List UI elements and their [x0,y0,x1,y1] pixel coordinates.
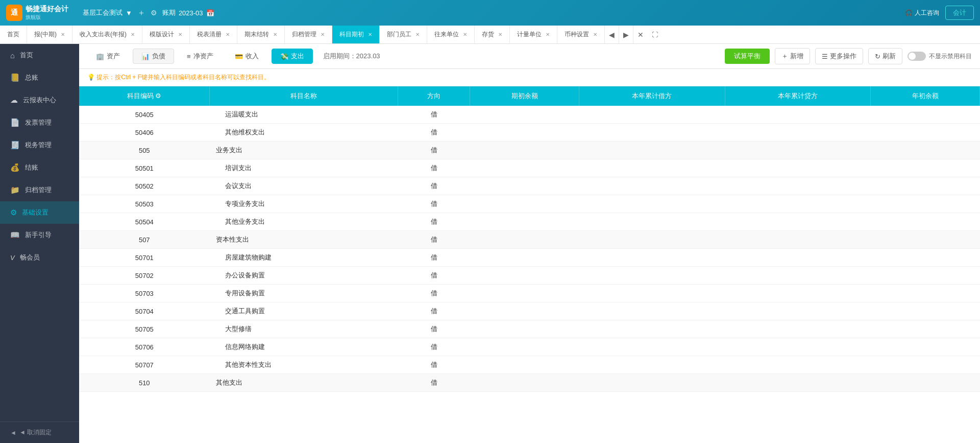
table-row[interactable]: 50504 其他业务支出 借 [79,213,980,231]
add-company-icon[interactable]: ＋ [137,8,145,18]
sidebar-label: 畅会员 [20,253,40,262]
tab-label: 币种设置 [565,30,589,39]
table-row[interactable]: 510 其他支出 借 [79,374,980,392]
sidebar-item-home[interactable]: ⌂ 首页 [0,44,79,66]
sub-tab-expenditure[interactable]: 💸 支出 [272,49,313,64]
table-row[interactable]: 507 资本性支出 借 [79,231,980,249]
sidebar-item-member[interactable]: V 畅会员 [0,246,79,269]
toggle-track[interactable] [908,52,926,61]
table-row[interactable]: 50705 大型修缮 借 [79,320,980,338]
refresh-btn[interactable]: ↻ 刷新 [868,48,902,64]
sub-tab-income[interactable]: 💳 收入 [226,49,267,64]
table-row[interactable]: 50706 信息网络购建 借 [79,338,980,356]
table-row[interactable]: 50701 房屋建筑物购建 借 [79,249,980,267]
cell-year-opening [871,213,980,231]
sidebar-item-cloud-report[interactable]: ☁ 云报表中心 [0,89,79,111]
cell-year-opening [871,124,980,142]
sidebar-item-tax[interactable]: 🧾 税务管理 [0,134,79,156]
logo-icon: 通 [6,5,22,21]
sidebar-item-archive[interactable]: 📁 归档管理 [0,179,79,201]
table-row[interactable]: 50702 办公设备购置 借 [79,267,980,285]
company-selector[interactable]: 基层工会测试 ▼ ＋ ⚙ [83,8,157,18]
ledger-icon: 📒 [10,73,20,82]
cell-ytd-debit [579,159,725,177]
table-row[interactable]: 505 业务支出 借 [79,142,980,159]
sub-tab-equity[interactable]: ≡ 净资产 [178,49,222,64]
tab-close-all-btn[interactable]: ✕ [633,26,648,44]
cell-opening [470,124,579,142]
cell-direction: 借 [398,356,470,374]
cell-direction: 借 [398,267,470,285]
sub-tab-liability[interactable]: 📊 负债 [133,49,174,64]
cell-name: 专项业务支出 [210,195,398,213]
tab-close-icon[interactable]: ✕ [368,32,372,37]
customer-service-btn[interactable]: 🎧 人工咨询 [905,9,939,17]
tab-label: 收入支出表(年报) [80,30,127,39]
tab-close-icon[interactable]: ✕ [498,32,502,37]
sidebar-item-guide[interactable]: 📖 新手引导 [0,224,79,246]
add-btn[interactable]: ＋ ＋ 新增 新增 [775,48,810,64]
more-operations-btn[interactable]: ☰ 更多操作 [815,48,863,64]
sidebar-item-ledger[interactable]: 📒 总账 [0,66,79,89]
sidebar-item-closing[interactable]: 💰 结账 [0,156,79,179]
table-row[interactable]: 50501 培训支出 借 [79,159,980,177]
cell-name: 会议支出 [210,177,398,195]
tab-report-mid[interactable]: 报(中期) ✕ [27,26,72,44]
table-row[interactable]: 50704 交通工具购置 借 [79,302,980,320]
tab-close-icon[interactable]: ✕ [131,32,135,37]
cell-year-opening [871,159,980,177]
table-row[interactable]: 50703 专用设备购置 借 [79,285,980,302]
tab-close-icon[interactable]: ✕ [463,32,467,37]
cell-code: 50703 [79,285,210,302]
tab-archive[interactable]: 归档管理 ✕ [285,26,332,44]
tab-inventory[interactable]: 存货 ✕ [475,26,510,44]
tab-next-btn[interactable]: ▶ [619,26,633,44]
tab-close-icon[interactable]: ✕ [226,32,230,37]
tab-close-icon[interactable]: ✕ [178,32,182,37]
tab-subject-init[interactable]: 科目期初 ✕ [332,26,380,44]
sub-tab-asset[interactable]: 🏢 资产 [87,49,129,64]
sidebar-item-invoice[interactable]: 📄 发票管理 [0,111,79,134]
cell-ytd-credit [725,124,871,142]
tab-close-icon[interactable]: ✕ [593,32,597,37]
tip-bar: 💡 提示：按Ctrl + F键并输入科目编码或者科目名称可以查找科目。 [79,69,980,86]
disable-toggle[interactable]: 不显示禁用科目 [908,52,972,61]
tab-tax-clear[interactable]: 税表清册 ✕ [190,26,237,44]
tab-income-annual[interactable]: 收入支出表(年报) ✕ [72,26,142,44]
tab-close-icon[interactable]: ✕ [546,32,550,37]
tab-dept-staff[interactable]: 部门员工 ✕ [380,26,427,44]
cell-direction: 借 [398,106,470,124]
table-row[interactable]: 50502 会议支出 借 [79,177,980,195]
accounting-mode-btn[interactable]: 会计 [945,6,974,20]
table-row[interactable]: 50406 其他维权支出 借 [79,124,980,142]
sidebar-item-settings[interactable]: ⚙ 基础设置 [0,201,79,224]
tab-close-icon[interactable]: ✕ [61,32,65,37]
tab-prev-btn[interactable]: ◀ [605,26,619,44]
period-value: 2023-03 [179,9,203,17]
tab-contacts[interactable]: 往来单位 ✕ [427,26,475,44]
cell-code: 50501 [79,159,210,177]
sidebar-collapse-btn[interactable]: ◄ ◄ 取消固定 [0,422,79,443]
tab-unit[interactable]: 计量单位 ✕ [510,26,557,44]
closing-icon: 💰 [10,163,20,172]
cell-code: 50502 [79,177,210,195]
table-row[interactable]: 50707 其他资本性支出 借 [79,356,980,374]
cell-year-opening [871,195,980,213]
balance-calc-btn[interactable]: 试算平衡 [725,49,770,64]
settings-icon[interactable]: ⚙ [151,9,157,17]
tab-close-icon[interactable]: ✕ [321,32,325,37]
tab-maximize-btn[interactable]: ⛶ [648,26,662,44]
tab-template[interactable]: 模版设计 ✕ [142,26,190,44]
cell-ytd-credit [725,106,871,124]
tab-close-icon[interactable]: ✕ [273,32,277,37]
cell-direction: 借 [398,124,470,142]
tab-close-icon[interactable]: ✕ [415,32,420,37]
tab-period-end[interactable]: 期末结转 ✕ [237,26,285,44]
calendar-icon[interactable]: 📅 [206,9,214,17]
tab-home[interactable]: 首页 [0,26,27,44]
tab-currency[interactable]: 币种设置 ✕ [557,26,605,44]
table-row[interactable]: 50405 运温暖支出 借 [79,106,980,124]
cell-code: 505 [79,142,210,159]
table-row[interactable]: 50503 专项业务支出 借 [79,195,980,213]
tax-icon: 🧾 [10,141,20,150]
